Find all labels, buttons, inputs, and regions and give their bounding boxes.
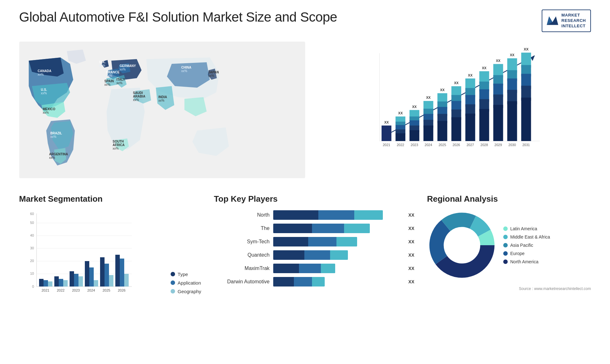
svg-text:xx%: xx% xyxy=(37,73,44,76)
player-value: XX xyxy=(408,212,414,218)
label-north-america: North America xyxy=(510,259,539,264)
player-name: The xyxy=(214,226,269,231)
dot-north-america xyxy=(503,260,508,264)
world-map-svg: CANADA xx% U.S. xx% MEXICO xx% BRAZIL xx… xyxy=(19,42,305,178)
logo-icon xyxy=(547,15,558,26)
seg-legend: Type Application Geography xyxy=(171,272,201,307)
segmentation-section: Market Segmentation 0 10 20 30 40 50 xyxy=(19,194,201,307)
player-name: MaximTrak xyxy=(214,266,269,271)
regional-section: Regional Analysis xyxy=(427,194,591,291)
growth-chart-svg: XX 2021 XX 2022 xyxy=(324,48,585,159)
svg-text:2021: 2021 xyxy=(383,143,390,147)
svg-rect-38 xyxy=(382,125,391,141)
players-section: Top Key Players North XX The xyxy=(214,194,414,286)
svg-text:ARABIA: ARABIA xyxy=(133,95,145,98)
legend-geography: Geography xyxy=(171,289,201,294)
svg-text:2023: 2023 xyxy=(72,288,80,292)
svg-text:XX: XX xyxy=(412,105,417,109)
svg-rect-134 xyxy=(74,274,78,286)
svg-text:CHINA: CHINA xyxy=(181,66,191,69)
svg-text:2024: 2024 xyxy=(424,143,432,147)
player-row: Sym-Tech XX xyxy=(214,237,414,246)
regional-title: Regional Analysis xyxy=(427,194,591,204)
svg-text:XX: XX xyxy=(524,48,529,51)
svg-text:xx%: xx% xyxy=(43,111,49,114)
page-container: Global Automotive F&I Solution Market Si… xyxy=(0,0,610,316)
page-title: Global Automotive F&I Solution Market Si… xyxy=(19,10,337,25)
svg-text:2027: 2027 xyxy=(466,143,474,147)
svg-text:2031: 2031 xyxy=(522,143,530,147)
svg-text:U.S.: U.S. xyxy=(41,88,47,91)
legend-asia-pacific: Asia Pacific xyxy=(503,243,550,248)
svg-rect-126 xyxy=(44,280,48,286)
svg-rect-55 xyxy=(424,101,433,110)
svg-text:XX: XX xyxy=(454,81,458,85)
svg-rect-138 xyxy=(89,267,94,286)
svg-rect-66 xyxy=(437,121,447,141)
svg-text:40: 40 xyxy=(30,233,34,237)
svg-rect-137 xyxy=(85,261,89,286)
legend-dot-type xyxy=(171,272,175,276)
player-bar-container xyxy=(273,250,402,260)
svg-rect-139 xyxy=(94,280,98,286)
player-row: North XX xyxy=(214,210,414,220)
legend-label-type: Type xyxy=(178,272,188,277)
svg-text:xx%: xx% xyxy=(104,83,110,86)
legend-application: Application xyxy=(171,280,201,286)
player-row: Quantech XX xyxy=(214,250,414,260)
player-value: XX xyxy=(408,253,414,258)
svg-rect-146 xyxy=(120,259,124,286)
legend-europe: Europe xyxy=(503,251,550,256)
players-title: Top Key Players xyxy=(214,194,414,204)
player-name: Sym-Tech xyxy=(214,239,269,245)
svg-rect-141 xyxy=(100,257,105,286)
svg-text:XX: XX xyxy=(398,111,403,115)
player-bar-container xyxy=(273,237,402,246)
svg-text:10: 10 xyxy=(30,272,34,275)
svg-rect-130 xyxy=(59,279,63,286)
player-row: MaximTrak XX xyxy=(214,264,414,273)
svg-text:FRANCE: FRANCE xyxy=(106,71,119,74)
svg-text:60: 60 xyxy=(30,212,34,216)
svg-text:2028: 2028 xyxy=(480,143,488,147)
svg-text:xx%: xx% xyxy=(119,68,125,71)
svg-text:xx%: xx% xyxy=(158,99,164,102)
svg-text:xx%: xx% xyxy=(116,81,122,85)
svg-text:XX: XX xyxy=(482,66,486,70)
player-name: Quantech xyxy=(214,252,269,258)
svg-text:2026: 2026 xyxy=(118,288,125,292)
svg-text:2021: 2021 xyxy=(42,288,49,292)
svg-text:2024: 2024 xyxy=(87,288,95,292)
svg-text:ITALY: ITALY xyxy=(116,78,125,81)
legend-label-application: Application xyxy=(178,280,201,286)
svg-rect-87 xyxy=(479,109,489,141)
svg-text:30: 30 xyxy=(30,246,34,250)
player-bar-container xyxy=(273,210,402,220)
logo: MARKET RESEARCH INTELLECT xyxy=(542,10,591,32)
svg-text:2022: 2022 xyxy=(57,288,64,292)
svg-point-154 xyxy=(444,228,479,263)
dot-middle-east-africa xyxy=(503,235,508,239)
svg-rect-45 xyxy=(396,133,405,141)
svg-text:xx%: xx% xyxy=(49,156,55,159)
seg-chart-svg: 0 10 20 30 40 50 60 xyxy=(19,210,140,306)
svg-rect-94 xyxy=(493,105,503,141)
svg-text:XX: XX xyxy=(426,96,430,99)
svg-text:BRAZIL: BRAZIL xyxy=(50,131,62,135)
svg-rect-142 xyxy=(105,264,109,286)
svg-rect-73 xyxy=(451,117,461,141)
svg-text:xx%: xx% xyxy=(181,69,187,73)
dot-latin-america xyxy=(503,226,508,231)
svg-rect-127 xyxy=(48,281,52,286)
svg-text:XX: XX xyxy=(440,88,444,92)
logo-text: MARKET RESEARCH INTELLECT xyxy=(561,13,586,29)
svg-rect-69 xyxy=(451,86,461,97)
seg-chart: 0 10 20 30 40 50 60 xyxy=(19,210,164,307)
donut-legend: Latin America Middle East & Africa Asia … xyxy=(503,226,550,264)
svg-text:xx%: xx% xyxy=(133,98,139,102)
legend-latin-america: Latin America xyxy=(503,226,550,231)
player-value: XX xyxy=(408,266,414,271)
svg-rect-42 xyxy=(396,122,405,125)
player-bar-container xyxy=(273,264,402,273)
svg-text:SOUTH: SOUTH xyxy=(112,140,124,143)
